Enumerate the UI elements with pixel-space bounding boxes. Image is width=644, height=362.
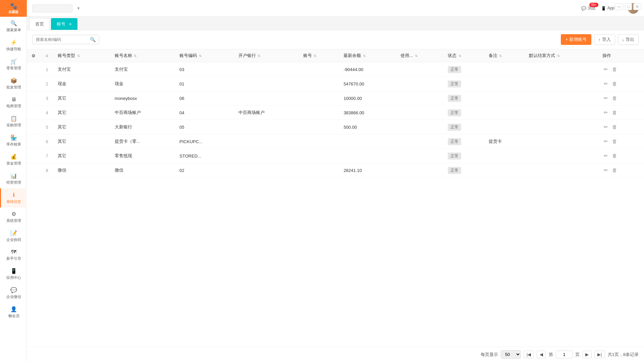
tab-home[interactable]: 首页 [30, 18, 50, 30]
row-account-7 [299, 163, 340, 178]
th-default-payment[interactable]: 默认结算方式 ⇅ [525, 49, 598, 62]
sidebar-item-wholesale[interactable]: 📦 批发管理 [0, 74, 27, 93]
table-row: 8 微信 微信 02 28241.10 正常 ✏ 🗑 [27, 163, 644, 178]
purchase-icon: 📋 [10, 115, 17, 122]
edit-button-2[interactable]: ✏ [602, 95, 609, 102]
account-search-input[interactable] [36, 37, 88, 42]
edit-button-4[interactable]: ✏ [602, 123, 609, 131]
sidebar-item-system[interactable]: ⚙ 系统管理 [0, 207, 27, 227]
page-label: 第 [549, 352, 553, 358]
tab-account-close-icon[interactable]: ✕ [69, 22, 72, 26]
row-usage-7 [396, 163, 444, 178]
delete-button-7[interactable]: 🗑 [611, 167, 619, 174]
row-account-1 [299, 77, 340, 91]
row-index-3: 4 [40, 106, 54, 120]
sidebar-item-basic[interactable]: ℹ 基础信息 [0, 188, 27, 207]
row-default-payment-7 [525, 163, 598, 178]
window-close-button[interactable]: ✕ [633, 3, 641, 10]
table-row: 2 现金 现金 01 547670.00 正常 ✏ 🗑 [27, 77, 644, 91]
row-usage-3 [396, 106, 444, 120]
logo-text: 乐惠版 [8, 10, 18, 14]
delete-button-3[interactable]: 🗑 [611, 109, 619, 116]
th-bank[interactable]: 开户银行 ⇅ [234, 49, 299, 62]
tab-account[interactable]: 账号 ✕ [51, 18, 77, 30]
th-status[interactable]: 状态 ⇅ [444, 49, 484, 62]
delete-button-5[interactable]: 🗑 [611, 138, 619, 145]
import-icon: ↑ [598, 37, 601, 42]
edit-button-3[interactable]: ✏ [602, 109, 609, 116]
table-header-row: ⚙ # 账号类型 ⇅ 账号名称 ⇅ 账号编码 ⇅ [27, 49, 644, 62]
sidebar-item-guide[interactable]: 🗺 新手引导 [0, 246, 27, 264]
row-index-4: 5 [40, 120, 54, 134]
sidebar-item-retail[interactable]: 🛒 零售管理 [0, 55, 27, 74]
row-remark-5: 提货卡 [485, 134, 525, 149]
export-button[interactable]: ↓ 导出 [618, 34, 639, 45]
page-size-select[interactable]: 50 100 200 [501, 350, 521, 359]
sidebar-item-member[interactable]: 👤 畅会员 [0, 303, 27, 322]
total-info: 共1页，8条记录 [608, 352, 639, 358]
row-remark-2 [485, 91, 525, 106]
th-code[interactable]: 账号编码 ⇅ [175, 49, 234, 62]
sort-usage-icon: ⇅ [415, 54, 418, 58]
row-name-1: 现金 [111, 77, 175, 91]
edit-button-1[interactable]: ✏ [602, 80, 609, 87]
delete-button-1[interactable]: 🗑 [611, 80, 619, 87]
window-minimize-button[interactable]: — [615, 3, 624, 10]
edit-button-6[interactable]: ✏ [602, 152, 609, 160]
edit-button-5[interactable]: ✏ [602, 138, 609, 145]
table-row: 4 其它 中百商场账户 04 中百商场账户 383866.00 正常 ✏ 🗑 [27, 106, 644, 120]
page-next-button[interactable]: ▶ [582, 351, 592, 358]
th-balance[interactable]: 最新余额 ⇅ [339, 49, 396, 62]
import-button[interactable]: ↑ 导入 [594, 34, 615, 45]
delete-button-0[interactable]: 🗑 [611, 66, 619, 73]
ecommerce-icon: 🖥 [11, 97, 16, 103]
sidebar-item-app-center[interactable]: 📱 应用中心 [0, 264, 27, 284]
th-type[interactable]: 账号类型 ⇅ [54, 49, 111, 62]
import-label: 导入 [602, 37, 611, 43]
contract-icon: 📝 [10, 230, 17, 236]
row-type-5: 其它 [54, 134, 111, 149]
delete-button-6[interactable]: 🗑 [611, 152, 619, 159]
sidebar-item-wechat[interactable]: 💬 企业微信 [0, 284, 27, 303]
add-account-button[interactable]: + 新增账号 [561, 34, 591, 45]
page-first-button[interactable]: |◀ [524, 351, 534, 358]
table-row: 7 其它 零售抵现 STORED... 正常 ✏ 🗑 [27, 149, 644, 163]
sidebar-item-contract[interactable]: 📝 企业协同 [0, 227, 27, 246]
th-remark[interactable]: 备注 ⇅ [485, 49, 525, 62]
sidebar-item-finance[interactable]: 💰 资金管理 [0, 150, 27, 169]
row-bank-5 [234, 134, 299, 149]
page-number-input[interactable] [556, 351, 573, 358]
tab-bar: 首页 账号 ✕ — □ ✕ [27, 17, 644, 30]
page-last-button[interactable]: ▶| [594, 351, 605, 358]
sidebar-item-shortcut[interactable]: ⚡ 快捷导航 [0, 36, 27, 55]
message-button[interactable]: 💬 消息 99+ [581, 5, 596, 11]
toolbar-right: + 新增账号 ↑ 导入 ↓ 导出 [561, 34, 639, 45]
th-account[interactable]: 账号 ⇅ [299, 49, 340, 62]
header-left: ▼ [32, 4, 80, 12]
message-icon: 💬 [581, 6, 586, 11]
edit-button-7[interactable]: ✏ [602, 167, 609, 174]
row-status-3: 正常 [444, 106, 484, 120]
header-search-input[interactable] [32, 4, 72, 12]
row-remark-1 [485, 77, 525, 91]
row-usage-6 [396, 149, 444, 163]
row-status-4: 正常 [444, 120, 484, 134]
row-usage-4 [396, 120, 444, 134]
sidebar-item-operation[interactable]: 📊 经营管理 [0, 169, 27, 188]
window-maximize-button[interactable]: □ [625, 3, 632, 10]
delete-button-2[interactable]: 🗑 [611, 95, 619, 102]
delete-button-4[interactable]: 🗑 [611, 123, 619, 130]
page-prev-button[interactable]: ◀ [537, 351, 546, 358]
sidebar-item-ecommerce[interactable]: 🖥 电商管理 [0, 93, 27, 112]
dropdown-arrow-icon[interactable]: ▼ [76, 6, 80, 11]
row-remark-6 [485, 149, 525, 163]
sort-bank-icon: ⇅ [258, 54, 260, 58]
th-usage[interactable]: 使用... ⇅ [396, 49, 444, 62]
row-settings-3 [27, 106, 40, 120]
edit-button-0[interactable]: ✏ [602, 66, 609, 73]
sidebar-item-search[interactable]: 🔍 搜索菜单 [0, 17, 27, 36]
sidebar-item-inventory[interactable]: 🏪 库存核算 [0, 131, 27, 150]
th-settings[interactable]: ⚙ [27, 49, 40, 62]
sidebar-item-purchase[interactable]: 📋 采购管理 [0, 112, 27, 131]
th-name[interactable]: 账号名称 ⇅ [111, 49, 175, 62]
